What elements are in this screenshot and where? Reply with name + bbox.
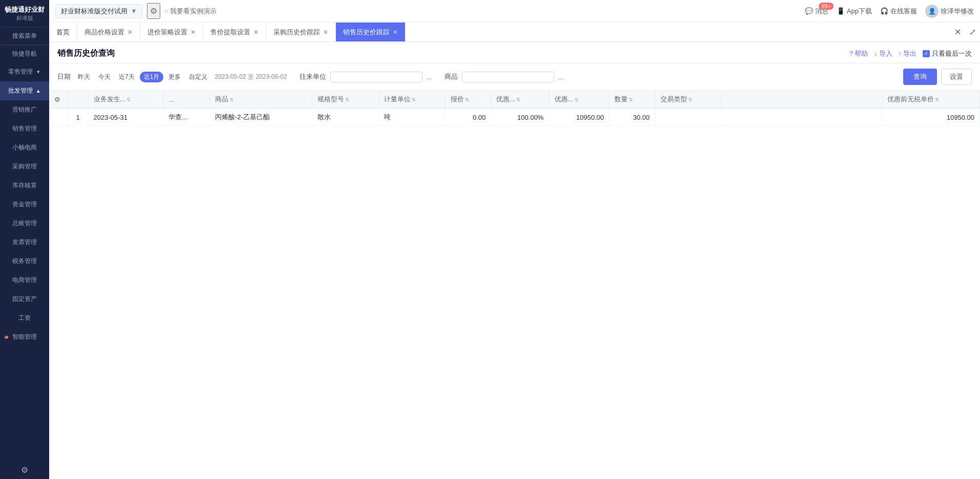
- th-unit[interactable]: 计量单位 ⇅: [379, 91, 445, 108]
- logo-sub: 标准版: [4, 14, 45, 22]
- tab-purchase-history[interactable]: 采购历史价跟踪 ✕: [266, 23, 336, 42]
- import-label: 导入: [879, 49, 892, 58]
- module-selector-text: 好业财标准版交付试用: [61, 7, 127, 16]
- sidebar-item-retail[interactable]: 零售管理 ▼: [0, 62, 49, 81]
- sidebar-item-smart[interactable]: ● 智能管理: [0, 328, 49, 346]
- user-info[interactable]: 👤 徐泽华修改: [925, 5, 974, 18]
- tab-close-icon[interactable]: ✕: [190, 29, 196, 36]
- date-btn-last7[interactable]: 近7天: [116, 72, 138, 82]
- tab-label: 商品价格设置: [84, 28, 124, 37]
- product-group: 商品 ...: [444, 72, 564, 82]
- tab-close-icon[interactable]: ✕: [393, 29, 398, 36]
- tab-sales-history[interactable]: 销售历史价跟踪 ✕: [336, 23, 406, 42]
- date-btn-today[interactable]: 今天: [95, 72, 114, 82]
- th-discount1[interactable]: 优惠... ⇅: [491, 91, 549, 108]
- sort-icon: ⇅: [465, 97, 469, 102]
- th-discount2[interactable]: 优惠... ⇅: [549, 91, 609, 108]
- th-product-label: 商品: [215, 95, 228, 104]
- import-icon: ↓: [874, 50, 878, 57]
- tab-label: 采购历史价跟踪: [273, 28, 320, 37]
- demo-link[interactable]: 我要看实例演示: [164, 7, 217, 16]
- help-button[interactable]: ? 帮助: [849, 49, 868, 58]
- tab-maximize-button[interactable]: ⤢: [965, 25, 980, 39]
- product-input[interactable]: [466, 73, 538, 81]
- sidebar-item-wholesale[interactable]: 批发管理 ▲: [0, 81, 49, 100]
- tab-close-icon[interactable]: ✕: [127, 29, 133, 36]
- page-header: 销售历史价查询 ? 帮助 ↓ 导入 ↑ 导出 ✓ 只看最后一次: [49, 42, 980, 63]
- date-btn-last1month[interactable]: 近1月: [140, 72, 164, 82]
- sort-icon: ⇅: [688, 97, 692, 102]
- row-unit: 吨: [379, 108, 445, 126]
- sidebar-item-label: 零售管理: [8, 68, 33, 75]
- source-unit-more-btn[interactable]: ...: [427, 73, 432, 81]
- message-button[interactable]: 💬 消息 99+: [805, 7, 828, 16]
- sidebar-item-tax[interactable]: 税务管理: [0, 252, 49, 271]
- tab-bar: 首页 商品价格设置 ✕ 进价策略设置 ✕ 售价提取设置 ✕ 采购历史价跟踪 ✕ …: [49, 23, 980, 42]
- th-product[interactable]: 商品 ⇅: [210, 91, 312, 108]
- th-tx-type[interactable]: 交易类型 ⇅: [655, 91, 721, 108]
- th-spacer: [721, 91, 882, 108]
- th-pre-tax-price[interactable]: 优惠前无税单价 ⇅: [882, 91, 979, 108]
- sidebar-item-finance[interactable]: 资金管理: [0, 195, 49, 214]
- top-bar: 好业财标准版交付试用 ▼ ⚙ 我要看实例演示 💬 消息 99+ 📱 App下载 …: [49, 0, 980, 23]
- tab-price-extract[interactable]: 售价提取设置 ✕: [203, 23, 266, 42]
- th-quote[interactable]: 报价 ⇅: [445, 91, 491, 108]
- tab-home[interactable]: 首页: [49, 23, 77, 42]
- topbar-settings-button[interactable]: ⚙: [147, 3, 160, 19]
- tab-close-icon[interactable]: ✕: [323, 29, 328, 36]
- sidebar-search[interactable]: 搜索菜单: [0, 28, 49, 45]
- product-input-wrap: [462, 72, 554, 82]
- th-biz-date-label: 业务发生...: [94, 95, 126, 104]
- source-unit-input[interactable]: [335, 73, 407, 81]
- sidebar-item-label: 固定资产: [12, 295, 37, 302]
- sidebar-item-sales[interactable]: 销售管理: [0, 119, 49, 138]
- sidebar-item-assets[interactable]: 固定资产: [0, 290, 49, 309]
- date-range: 2023-05-02 至 2023-06-02: [215, 73, 287, 81]
- date-btn-yesterday[interactable]: 昨天: [75, 72, 93, 82]
- only-last-checkbox[interactable]: ✓ 只看最后一次: [923, 49, 972, 58]
- product-label: 商品: [444, 72, 458, 81]
- data-table-wrap: ⚙ 业务发生... ⇅ ...: [49, 91, 980, 479]
- th-unit-label: 计量单位: [384, 95, 411, 104]
- source-unit-group: 往来单位 ...: [300, 72, 432, 82]
- row-tx-type: [655, 108, 721, 126]
- sidebar-item-inventory[interactable]: 库存核算: [0, 176, 49, 195]
- chevron-icon: ▲: [36, 88, 41, 94]
- th-biz-date[interactable]: 业务发生... ⇅: [88, 91, 163, 108]
- app-download-button[interactable]: 📱 App下载: [837, 7, 872, 16]
- setting-button[interactable]: 设置: [941, 69, 972, 85]
- row-product: 丙烯酸-2-乙基己酯: [210, 108, 312, 126]
- sidebar-item-invoice[interactable]: 发票管理: [0, 233, 49, 252]
- module-selector[interactable]: 好业财标准版交付试用 ▼: [55, 4, 143, 18]
- sidebar-quick-nav[interactable]: 快捷导航: [0, 45, 49, 62]
- date-btn-custom[interactable]: 自定义: [186, 72, 210, 82]
- sidebar-item-ecom-small[interactable]: 小畅电商: [0, 138, 49, 157]
- import-button[interactable]: ↓ 导入: [874, 49, 892, 58]
- th-qty[interactable]: 数量 ⇅: [609, 91, 655, 108]
- product-more-btn[interactable]: ...: [558, 73, 564, 81]
- query-button[interactable]: 查询: [903, 69, 937, 85]
- tab-label: 进价策略设置: [147, 28, 187, 37]
- sidebar-item-ledger[interactable]: 总账管理: [0, 214, 49, 233]
- sort-icon: ⇅: [229, 97, 233, 102]
- tab-product-price[interactable]: 商品价格设置 ✕: [77, 23, 140, 42]
- tab-close-icon[interactable]: ✕: [253, 29, 259, 36]
- tab-purchase-strategy[interactable]: 进价策略设置 ✕: [140, 23, 203, 42]
- sidebar-item-label: 小畅电商: [12, 144, 37, 151]
- online-service-button[interactable]: 🎧 在线客服: [880, 7, 917, 16]
- sidebar-item-hr[interactable]: 工资: [0, 309, 49, 328]
- settings-icon[interactable]: ⚙: [21, 466, 28, 474]
- sidebar-item-label: 营销推广: [12, 106, 37, 113]
- th-gear[interactable]: ⚙: [49, 91, 68, 108]
- sidebar-item-marketing[interactable]: 营销推广: [0, 100, 49, 119]
- export-button[interactable]: ↑ 导出: [899, 49, 917, 58]
- search-menu-label[interactable]: 搜索菜单: [12, 32, 37, 39]
- date-btn-more[interactable]: 更多: [165, 72, 184, 82]
- sidebar-item-label: 工资: [18, 314, 31, 321]
- th-spec[interactable]: 规格型号 ⇅: [312, 91, 379, 108]
- sidebar-item-purchase[interactable]: 采购管理: [0, 157, 49, 176]
- th-more-col[interactable]: ...: [163, 91, 210, 108]
- sort-icon: ⇅: [574, 97, 579, 102]
- tab-close-window-button[interactable]: ✕: [950, 25, 965, 39]
- sidebar-item-ecom[interactable]: 电商管理: [0, 271, 49, 290]
